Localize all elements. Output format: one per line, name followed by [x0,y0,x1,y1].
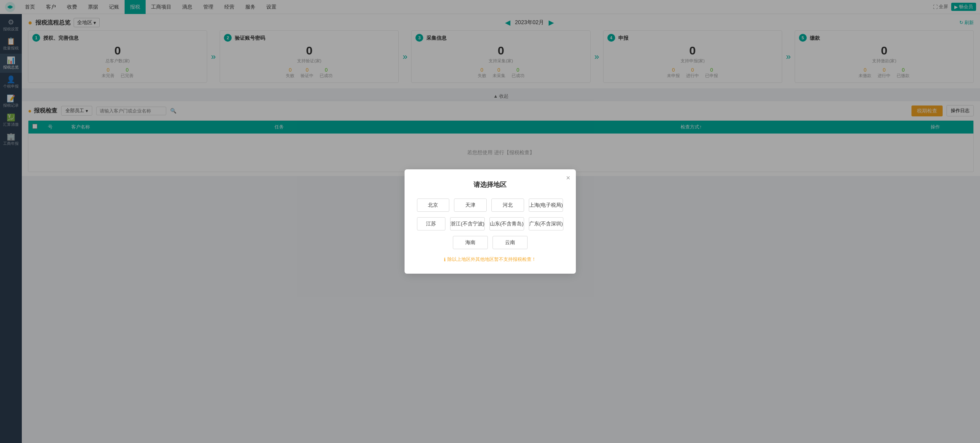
region-shanghai[interactable]: 上海(电子税局) [529,199,563,212]
region-jiangsu[interactable]: 江苏 [417,217,446,230]
modal-warning: ℹ 除以上地区外其他地区暂不支持报税检查！ [417,256,563,263]
modal-row3: 海南 云南 [417,236,563,249]
modal-close-button[interactable]: × [566,174,570,182]
region-shandong[interactable]: 山东(不含青岛) [489,217,524,230]
modal-row1: 北京 天津 河北 上海(电子税局) [417,199,563,212]
region-hainan[interactable]: 海南 [453,236,488,249]
region-tianjin[interactable]: 天津 [454,199,487,212]
warning-icon: ℹ [444,257,446,262]
region-guangdong[interactable]: 广东(不含深圳) [529,217,563,230]
region-zhejiang[interactable]: 浙江(不含宁波) [450,217,485,230]
region-yunnan[interactable]: 云南 [493,236,528,249]
modal-overlay: × 请选择地区 北京 天津 河北 上海(电子税局) 江苏 浙江(不含宁波) 山东… [0,0,980,443]
modal-title: 请选择地区 [417,180,563,189]
region-hebei[interactable]: 河北 [491,199,524,212]
region-beijing[interactable]: 北京 [417,199,450,212]
region-select-modal: × 请选择地区 北京 天津 河北 上海(电子税局) 江苏 浙江(不含宁波) 山东… [405,169,576,274]
modal-row2: 江苏 浙江(不含宁波) 山东(不含青岛) 广东(不含深圳) [417,217,563,230]
warning-text: 除以上地区外其他地区暂不支持报税检查！ [447,256,536,263]
